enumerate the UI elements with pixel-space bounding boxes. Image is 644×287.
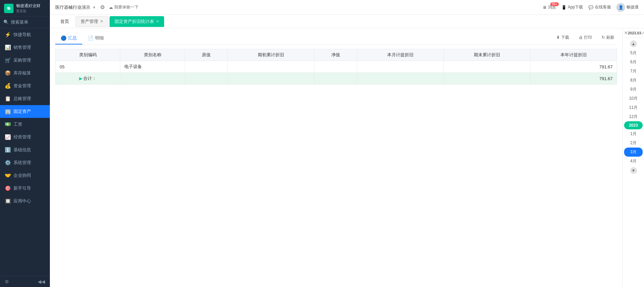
sidebar-item-basic-info[interactable]: ℹ️ 基础信息 — [0, 144, 50, 156]
summary-tab-label: 汇总 — [68, 35, 77, 41]
date-item-2[interactable]: 2月 — [623, 138, 644, 148]
date-item-10[interactable]: 10月 — [623, 94, 644, 103]
sidebar-item-enterprise[interactable]: 🤝 企业协同 — [0, 169, 50, 182]
tab-depreciation-close[interactable]: ✕ — [156, 19, 159, 24]
sidebar-app-title: 畅捷通好业财 — [16, 3, 40, 9]
sidebar-item-inventory[interactable]: 📦 库存核算 — [0, 67, 50, 79]
cell-period-end-accumulated — [444, 61, 530, 73]
col-name: 类别名称 — [120, 49, 185, 61]
finance-icon: 💰 — [5, 83, 11, 89]
sidebar-version: 普及版 — [16, 9, 40, 13]
sidebar-item-label: 工资 — [13, 121, 22, 127]
header-right: 🖥 消息 99+ 📱 App下载 💬 在线客服 👤 畅捷通 — [543, 3, 639, 12]
user-avatar-icon: 👤 — [618, 5, 623, 10]
total-initial-accumulated — [228, 73, 314, 85]
tab-home[interactable]: 首页 — [55, 16, 74, 27]
date-scroll-down[interactable]: ▼ — [630, 167, 637, 174]
content-area: 🔵 汇总 📄 明细 ⬇ 下载 🖨 打印 — [50, 28, 644, 287]
sub-tab-detail[interactable]: 📄 明细 — [82, 32, 109, 44]
date-list: ▲ 5月 6月 7月 8月 9月 10月 11月 12月 2023 1月 2月 … — [623, 38, 644, 287]
sidebar-item-operations[interactable]: 📈 经营管理 — [0, 131, 50, 144]
date-item-8[interactable]: 8月 — [623, 76, 644, 85]
sidebar-item-label: 固定资产 — [13, 108, 31, 115]
sidebar-item-label: 应用中心 — [13, 198, 31, 204]
sidebar-item-label: 系统管理 — [13, 160, 31, 166]
sidebar-item-label: 资金管理 — [13, 83, 31, 89]
fixed-assets-icon: 🏢 — [5, 108, 11, 115]
tab-asset-management-label: 资产管理 — [81, 19, 98, 25]
app-download-button[interactable]: 📱 App下载 — [561, 4, 583, 10]
sidebar-item-guide[interactable]: 🎯 新手引导 — [0, 182, 50, 195]
app-download-icon: 📱 — [561, 5, 566, 10]
date-item-1[interactable]: 1月 — [623, 129, 644, 138]
date-item-5[interactable]: 5月 — [623, 49, 644, 58]
tab-home-label: 首页 — [60, 19, 69, 25]
sidebar-header: 畅 畅捷通好业财 普及版 — [0, 0, 50, 17]
tab-asset-management-close[interactable]: ✕ — [100, 19, 103, 24]
refresh-label: 刷新 — [606, 35, 614, 40]
main-content: 🔵 汇总 📄 明细 ⬇ 下载 🖨 打印 — [50, 28, 622, 287]
panel-close-icon[interactable]: ✕ — [624, 30, 628, 35]
table-row: 05 电子设备 791.67 — [56, 61, 617, 73]
total-original-value — [185, 73, 228, 85]
sub-tab-summary[interactable]: 🔵 汇总 — [55, 32, 82, 44]
tab-depreciation-table[interactable]: 固定资产折旧统计表 ✕ — [110, 16, 164, 27]
date-item-9[interactable]: 9月 — [623, 85, 644, 94]
sidebar-item-system[interactable]: ⚙️ 系统管理 — [0, 156, 50, 169]
sidebar-item-quick-nav[interactable]: ⚡ 快捷导航 — [0, 28, 50, 41]
sidebar-item-salary[interactable]: 💵 工资 — [0, 118, 50, 131]
cell-monthly-depreciation — [357, 61, 444, 73]
ledger-icon: 📋 — [5, 96, 11, 102]
sidebar-item-sales[interactable]: 📊 销售管理 — [0, 41, 50, 54]
date-item-3[interactable]: 3月 — [624, 148, 643, 157]
detail-tab-icon: 📄 — [88, 35, 93, 41]
download-button[interactable]: ⬇ 下载 — [554, 33, 572, 42]
operations-icon: 📈 — [5, 134, 11, 140]
date-item-6[interactable]: 6月 — [623, 58, 644, 67]
header-settings-icon[interactable]: ⚙ — [100, 4, 105, 10]
date-item-12[interactable]: 12月 — [623, 112, 644, 121]
refresh-button[interactable]: ↻ 刷新 — [599, 33, 617, 42]
sidebar-item-app-center[interactable]: 🔲 应用中心 — [0, 195, 50, 208]
sidebar-item-finance[interactable]: 💰 资金管理 — [0, 79, 50, 92]
panel-expand-icon[interactable]: ⤢ — [641, 30, 644, 35]
sidebar-item-label: 库存核算 — [13, 70, 31, 76]
right-panel: ✕ 2023.03 ⤢ ▲ 5月 6月 7月 8月 9月 10月 11月 12月… — [622, 28, 644, 287]
date-year-2023[interactable]: 2023 — [624, 121, 643, 129]
tab-asset-management[interactable]: 资产管理 ✕ — [75, 16, 108, 27]
company-selector[interactable]: 医疗器械行业演示 ▼ — [55, 4, 96, 10]
download-icon: ⬇ — [556, 35, 560, 40]
top-header: 医疗器械行业演示 ▼ ⚙ ☁ 我要体验一下 🖥 消息 99+ 📱 App下载 💬… — [50, 0, 644, 15]
header-left: 医疗器械行业演示 ▼ ⚙ ☁ 我要体验一下 — [55, 4, 139, 10]
date-item-7[interactable]: 7月 — [623, 67, 644, 76]
total-net-value — [314, 73, 357, 85]
sidebar-item-purchase[interactable]: 🛒 采购管理 — [0, 54, 50, 67]
cell-code: 05 — [56, 61, 120, 73]
print-label: 打印 — [584, 35, 592, 40]
online-service-button[interactable]: 💬 在线客服 — [588, 4, 611, 10]
col-monthly-depreciation: 本月计提折旧 — [357, 49, 444, 61]
total-monthly-depreciation — [357, 73, 444, 85]
print-button[interactable]: 🖨 打印 — [576, 33, 595, 42]
sub-tabs: 🔵 汇总 📄 明细 ⬇ 下载 🖨 打印 — [55, 32, 617, 45]
collapse-sidebar-button[interactable]: ◀◀ — [38, 279, 45, 284]
sidebar-item-ledger[interactable]: 📋 总账管理 — [0, 92, 50, 105]
col-annual-depreciation: 本年计提折旧 — [530, 49, 617, 61]
messages-button[interactable]: 🖥 消息 99+ — [543, 4, 556, 10]
experience-button[interactable]: ☁ 我要体验一下 — [109, 4, 139, 10]
user-profile[interactable]: 👤 畅捷通 — [616, 3, 639, 12]
cell-initial-accumulated — [228, 61, 314, 73]
sidebar-search[interactable]: 🔍 搜索菜单 — [0, 17, 50, 28]
total-period-end-accumulated — [444, 73, 530, 85]
messages-icon: 🖥 — [543, 5, 547, 10]
cell-original-value — [185, 61, 228, 73]
cell-name: 电子设备 — [120, 61, 185, 73]
sidebar-item-fixed-assets[interactable]: 🏢 固定资产 — [0, 105, 50, 118]
date-item-11[interactable]: 11月 — [623, 103, 644, 112]
date-item-4[interactable]: 4月 — [623, 157, 644, 166]
sidebar-title-block: 畅捷通好业财 普及版 — [16, 3, 40, 13]
date-scroll-up[interactable]: ▲ — [630, 40, 637, 47]
total-name — [120, 73, 185, 85]
sub-tabs-left: 🔵 汇总 📄 明细 — [55, 32, 109, 44]
settings-footer-icon[interactable]: ⚙ — [5, 279, 9, 284]
